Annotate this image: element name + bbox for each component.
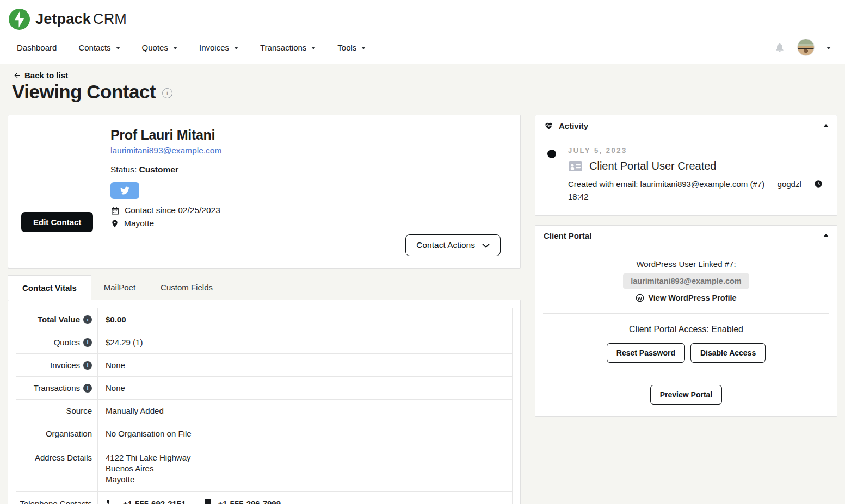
info-icon[interactable] bbox=[83, 338, 92, 347]
client-portal-title: Client Portal bbox=[544, 231, 591, 240]
chevron-down-icon bbox=[361, 47, 366, 49]
contact-tabs: Contact Vitals MailPoet Custom Fields bbox=[8, 275, 521, 300]
row-label: Quotes bbox=[54, 338, 80, 347]
account-menu-chevron-icon[interactable] bbox=[827, 47, 831, 49]
nav-items: Dashboard Contacts Quotes Invoices Trans… bbox=[17, 40, 383, 55]
info-icon[interactable] bbox=[83, 361, 92, 370]
activity-time: 18:42 bbox=[568, 192, 589, 201]
page-content: Back to list Viewing Contact Edit Contac… bbox=[0, 71, 845, 504]
table-row: Source Manually Added bbox=[16, 400, 512, 422]
view-wordpress-profile-link[interactable]: View WordPress Profile bbox=[546, 294, 826, 302]
row-label: Telephone Contacts bbox=[20, 499, 92, 504]
contact-name: Prof Lauri Mitani bbox=[110, 127, 221, 143]
row-value: $24.29 (1) bbox=[98, 331, 512, 353]
address-details: 4122 Thi Lake Highway Buenos Aires Mayot… bbox=[98, 445, 512, 491]
client-portal-header: Client Portal bbox=[535, 226, 837, 246]
jetpack-logo-icon[interactable] bbox=[9, 9, 30, 30]
row-label: Address Details bbox=[35, 453, 92, 462]
nav-item-contacts[interactable]: Contacts bbox=[78, 40, 128, 55]
table-row: Total Value $0.00 bbox=[16, 308, 512, 331]
activity-date: JULY 5, 2023 bbox=[568, 146, 824, 154]
brand-name-bold: Jetpack bbox=[35, 11, 91, 27]
activity-panel-title: Activity bbox=[559, 121, 588, 130]
table-row: Telephone Contacts +1-555-692-2151 +1-55 bbox=[16, 492, 512, 504]
wp-profile-link-label: View WordPress Profile bbox=[648, 294, 736, 302]
wp-linked-email-chip[interactable]: laurimitani893@example.com bbox=[623, 273, 749, 289]
nav-item-tools[interactable]: Tools bbox=[337, 40, 374, 55]
contact-location: Mayotte bbox=[110, 219, 221, 228]
row-value: $0.00 bbox=[98, 308, 512, 331]
table-row: Organisation No Organisation on File bbox=[16, 422, 512, 445]
chevron-down-icon bbox=[234, 47, 238, 49]
table-row: Address Details 4122 Thi Lake Highway Bu… bbox=[16, 445, 512, 492]
contact-actions-button[interactable]: Contact Actions bbox=[405, 234, 501, 256]
timeline-dot bbox=[547, 150, 556, 158]
address-line: Buenos Aires bbox=[106, 463, 504, 474]
main-nav: Dashboard Contacts Quotes Invoices Trans… bbox=[0, 35, 845, 64]
tab-contact-vitals[interactable]: Contact Vitals bbox=[8, 275, 91, 300]
collapse-caret-icon[interactable] bbox=[823, 124, 829, 127]
nav-item-invoices[interactable]: Invoices bbox=[199, 40, 246, 55]
edit-contact-button[interactable]: Edit Contact bbox=[21, 212, 93, 232]
activity-panel-header: Activity bbox=[535, 115, 837, 136]
wp-user-linked-label: WordPress User Linked #7: bbox=[546, 259, 826, 269]
disable-access-button[interactable]: Disable Access bbox=[690, 343, 766, 363]
page-title: Viewing Contact bbox=[12, 81, 156, 103]
activity-timeline: JULY 5, 2023 Client Portal User Created bbox=[535, 136, 837, 215]
nav-item-quotes[interactable]: Quotes bbox=[142, 40, 186, 55]
twitter-icon bbox=[120, 186, 129, 195]
activity-event-title: Client Portal User Created bbox=[589, 160, 716, 172]
contact-email-link[interactable]: laurimitani893@example.com bbox=[110, 146, 221, 155]
id-card-icon bbox=[568, 161, 583, 172]
nav-item-transactions[interactable]: Transactions bbox=[260, 40, 324, 55]
brand-wordmark: JetpackCRM bbox=[35, 11, 127, 28]
row-label: Source bbox=[66, 406, 92, 415]
mobile-number[interactable]: +1-555-296-7999 bbox=[218, 499, 281, 504]
portal-access-status: Client Portal Access: Enabled bbox=[546, 325, 826, 334]
clock-icon bbox=[814, 179, 823, 188]
brand-logo-row: JetpackCRM bbox=[0, 5, 845, 35]
info-icon[interactable] bbox=[83, 315, 92, 324]
heartbeat-icon bbox=[544, 121, 554, 130]
chevron-down-icon bbox=[311, 47, 316, 49]
activity-panel: Activity JULY 5, 2023 bbox=[535, 115, 837, 216]
mobile-phone-icon bbox=[205, 499, 211, 504]
user-avatar[interactable] bbox=[797, 39, 815, 56]
nav-label: Transactions bbox=[260, 43, 306, 52]
back-to-list-link[interactable]: Back to list bbox=[13, 71, 68, 80]
preview-portal-button[interactable]: Preview Portal bbox=[650, 385, 723, 405]
address-line: 4122 Thi Lake Highway bbox=[106, 452, 504, 463]
status-label: Status: bbox=[110, 165, 137, 174]
contact-vitals-card: Total Value $0.00 Quotes $24.29 (1) bbox=[8, 300, 521, 504]
phone-number[interactable]: +1-555-692-2151 bbox=[123, 499, 186, 504]
row-value: No Organisation on File bbox=[98, 422, 512, 445]
nav-label: Dashboard bbox=[17, 43, 57, 52]
telephone-contacts: +1-555-692-2151 +1-555-296-7999 bbox=[106, 499, 281, 504]
nav-label: Quotes bbox=[142, 43, 168, 52]
row-label: Total Value bbox=[38, 315, 80, 324]
nav-item-dashboard[interactable]: Dashboard bbox=[17, 40, 65, 55]
page-info-icon[interactable] bbox=[162, 88, 172, 98]
row-value: Manually Added bbox=[98, 400, 512, 422]
info-icon[interactable] bbox=[83, 384, 92, 393]
collapse-caret-icon[interactable] bbox=[823, 234, 829, 237]
notifications-bell-icon[interactable] bbox=[774, 41, 785, 53]
tab-custom-fields[interactable]: Custom Fields bbox=[148, 275, 225, 300]
contact-actions-label: Contact Actions bbox=[416, 240, 475, 250]
reset-password-button[interactable]: Reset Password bbox=[607, 343, 685, 363]
chevron-down-icon bbox=[116, 47, 120, 49]
table-row: Quotes $24.29 (1) bbox=[16, 331, 512, 354]
activity-description: Created with email: laurimitani893@examp… bbox=[568, 178, 824, 203]
activity-description-text: Created with email: laurimitani893@examp… bbox=[568, 179, 812, 189]
contact-status: Status: Customer bbox=[110, 165, 221, 175]
contact-location-label: Mayotte bbox=[124, 219, 154, 228]
row-label: Transactions bbox=[34, 383, 80, 393]
twitter-button[interactable] bbox=[110, 182, 139, 199]
app-header: JetpackCRM Dashboard Contacts Quotes Inv… bbox=[0, 0, 845, 64]
divider bbox=[543, 313, 829, 314]
contact-summary-card: Edit Contact Prof Lauri Mitani laurimita… bbox=[8, 115, 521, 269]
arrow-left-icon bbox=[13, 71, 21, 79]
wordpress-icon bbox=[636, 294, 644, 302]
tab-mailpoet[interactable]: MailPoet bbox=[91, 275, 148, 300]
table-row: Invoices None bbox=[16, 354, 512, 377]
